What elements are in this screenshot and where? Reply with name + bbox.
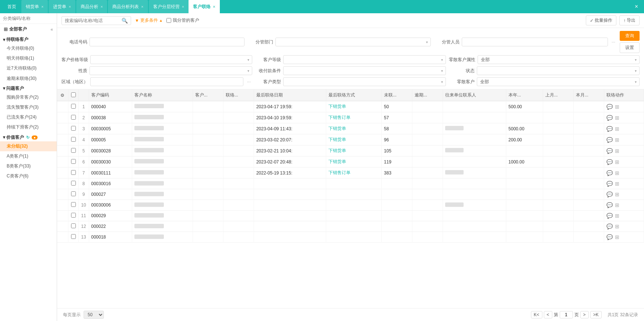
last-method-link[interactable]: 下销货单 bbox=[328, 137, 346, 142]
col-checkbox-header[interactable] bbox=[68, 89, 78, 101]
message-icon[interactable]: 💬 bbox=[606, 115, 613, 121]
message-icon[interactable]: 💬 bbox=[606, 159, 613, 165]
sidebar-group-pending[interactable]: ▾ 待联络客户 bbox=[0, 35, 57, 43]
tab-goods-list[interactable]: 商品分析列表 × bbox=[108, 0, 148, 13]
row-checkbox[interactable] bbox=[71, 104, 76, 109]
customer-type-select[interactable] bbox=[283, 77, 446, 86]
grid-action-icon[interactable]: ⊞ bbox=[615, 148, 619, 154]
sidebar-item-b-class[interactable]: B类客户(33) bbox=[0, 161, 57, 171]
message-icon[interactable]: 💬 bbox=[606, 170, 613, 176]
row-checkbox[interactable] bbox=[71, 191, 76, 196]
grid-action-icon[interactable]: ⊞ bbox=[615, 234, 619, 240]
row-checkbox[interactable] bbox=[71, 223, 76, 228]
checkbox-cell[interactable] bbox=[68, 211, 78, 221]
checkbox-cell[interactable] bbox=[68, 221, 78, 232]
col-code-header[interactable]: 客户编码 bbox=[89, 89, 132, 101]
sidebar-item-overdue[interactable]: 逾期未联络(30) bbox=[0, 74, 57, 84]
grid-action-icon[interactable]: ⊞ bbox=[615, 170, 619, 176]
tab-customer-contact[interactable]: 客户联络 × bbox=[189, 0, 219, 13]
col-company-contact-header[interactable]: 往来单位联系人 bbox=[443, 89, 506, 101]
checkbox-cell[interactable] bbox=[68, 179, 78, 189]
col-no-contact-header[interactable]: 未联... bbox=[381, 89, 412, 101]
sidebar-item-a-class[interactable]: A类客户(1) bbox=[0, 151, 57, 161]
col-settings[interactable]: ⚙ bbox=[57, 89, 68, 101]
nature-select[interactable] bbox=[89, 66, 252, 75]
page-input[interactable] bbox=[560, 311, 573, 318]
query-btn[interactable]: 查询 bbox=[620, 31, 640, 41]
col-this-month-header[interactable]: 本月... bbox=[573, 89, 604, 101]
tab-customer-contact-close[interactable]: × bbox=[213, 4, 215, 9]
message-icon[interactable]: 💬 bbox=[606, 213, 613, 219]
my-customers-checkbox[interactable]: 我分管的客户 bbox=[166, 17, 199, 24]
sidebar-item-c-class[interactable]: C类客户(6) bbox=[0, 171, 57, 181]
select-all-checkbox[interactable] bbox=[71, 92, 76, 97]
row-checkbox[interactable] bbox=[71, 126, 76, 131]
payment-select[interactable] bbox=[283, 66, 446, 75]
message-icon[interactable]: 💬 bbox=[606, 148, 613, 154]
last-method-link[interactable]: 下销货单 bbox=[328, 159, 346, 164]
reset-btn[interactable]: 设置 bbox=[620, 42, 640, 53]
tab-customer-tier[interactable]: 客户分层经营 × bbox=[149, 0, 189, 13]
message-icon[interactable]: 💬 bbox=[606, 202, 613, 208]
checkbox-cell[interactable] bbox=[68, 134, 78, 145]
last-method-link[interactable]: 下销货单 bbox=[328, 148, 346, 153]
checkbox-cell[interactable] bbox=[68, 167, 78, 179]
message-icon[interactable]: 💬 bbox=[606, 126, 613, 132]
tab-purchase[interactable]: 进货单 × bbox=[49, 0, 75, 13]
col-name-header[interactable]: 客户名称 bbox=[132, 89, 193, 101]
sidebar-item-tomorrow[interactable]: 明天待联络(1) bbox=[0, 53, 57, 63]
region-dots[interactable]: ··· bbox=[246, 79, 252, 84]
checkbox-cell[interactable] bbox=[68, 123, 78, 134]
last-method-link[interactable]: 下销售订单 bbox=[328, 170, 351, 175]
checkbox-cell[interactable] bbox=[68, 101, 78, 112]
grid-action-icon[interactable]: ⊞ bbox=[615, 126, 619, 132]
batch-btn[interactable]: ✓ 批量操作 bbox=[586, 15, 616, 25]
tab-sales-close[interactable]: × bbox=[41, 4, 43, 9]
search-icon[interactable]: 🔍 bbox=[122, 18, 128, 24]
status-select[interactable] bbox=[477, 66, 640, 75]
tab-sales[interactable]: 销货单 × bbox=[21, 0, 48, 13]
tab-customer-tier-close[interactable]: × bbox=[182, 4, 184, 9]
window-close-btn[interactable]: × bbox=[632, 3, 641, 10]
sidebar-item-7days[interactable]: 近7天待联络(0) bbox=[0, 63, 57, 73]
message-icon[interactable]: 💬 bbox=[606, 223, 613, 229]
scatter-attr-select[interactable]: 全部 bbox=[478, 55, 640, 64]
refresh-icon[interactable]: ↻ bbox=[26, 135, 29, 140]
row-checkbox[interactable] bbox=[71, 148, 76, 153]
person-input[interactable] bbox=[462, 38, 608, 46]
col-last-date-header[interactable]: 最后联络日期 bbox=[254, 89, 326, 101]
tab-goods-list-close[interactable]: × bbox=[141, 4, 143, 9]
person-dots[interactable]: ··· bbox=[610, 39, 617, 45]
message-icon[interactable]: 💬 bbox=[606, 104, 613, 110]
grid-action-icon[interactable]: ⊞ bbox=[615, 213, 619, 219]
row-checkbox[interactable] bbox=[71, 159, 76, 164]
tab-goods-analysis-close[interactable]: × bbox=[101, 4, 103, 9]
checkbox-cell[interactable] bbox=[68, 232, 78, 243]
first-page-btn[interactable]: K< bbox=[531, 311, 542, 318]
grid-action-icon[interactable]: ⊞ bbox=[615, 115, 619, 121]
sidebar-item-ungrouped[interactable]: 未分组(32) bbox=[0, 141, 57, 151]
col-contact-header[interactable]: 联络... bbox=[223, 89, 254, 101]
message-icon[interactable]: 💬 bbox=[606, 137, 613, 143]
last-method-link[interactable]: 下销货单 bbox=[328, 104, 346, 109]
next-page-btn[interactable]: > bbox=[580, 311, 589, 318]
checkbox-cell[interactable] bbox=[68, 156, 78, 167]
row-checkbox[interactable] bbox=[71, 234, 76, 239]
sidebar-item-declining[interactable]: 持续下滑客户(2) bbox=[0, 122, 57, 132]
region-input[interactable] bbox=[90, 77, 243, 86]
message-icon[interactable]: 💬 bbox=[606, 234, 613, 240]
sidebar-item-churned[interactable]: 已流失客户(24) bbox=[0, 112, 57, 122]
sidebar-search-input[interactable] bbox=[3, 16, 57, 21]
grid-action-icon[interactable]: ⊞ bbox=[615, 223, 619, 229]
checkbox-cell[interactable] bbox=[68, 189, 78, 200]
tab-goods-analysis[interactable]: 商品分析 × bbox=[76, 0, 107, 13]
checkbox-cell[interactable] bbox=[68, 200, 78, 211]
scatter-customer-select[interactable]: 全部 bbox=[477, 77, 640, 86]
col-overdue-header[interactable]: 逾期... bbox=[412, 89, 443, 101]
last-page-btn[interactable]: >K bbox=[590, 311, 602, 318]
last-method-link[interactable]: 下销货单 bbox=[328, 126, 346, 131]
col-last-month-header[interactable]: 上月... bbox=[543, 89, 573, 101]
grid-action-icon[interactable]: ⊞ bbox=[615, 104, 619, 110]
sidebar-item-churn-warning[interactable]: 流失预警客户(3) bbox=[0, 102, 57, 112]
col-type-header[interactable]: 客户... bbox=[193, 89, 223, 101]
